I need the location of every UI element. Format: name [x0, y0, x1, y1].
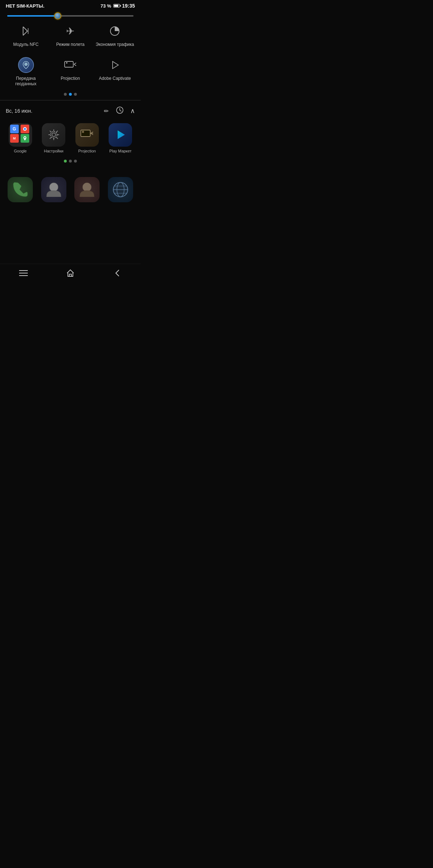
- qs-nfc[interactable]: Модуль NFC: [6, 23, 46, 48]
- google-folder-label: Google: [14, 149, 27, 153]
- nfc-label: Модуль NFC: [13, 42, 39, 48]
- playmarket-label: Play Маркет: [109, 149, 132, 153]
- datasaver-label: Экономия трафика: [96, 42, 134, 48]
- svg-point-13: [52, 133, 56, 137]
- svg-rect-31: [69, 274, 71, 276]
- slider-fill: [7, 15, 58, 17]
- time-display: 19:35: [122, 3, 135, 9]
- slider-track[interactable]: [7, 15, 134, 17]
- home-button[interactable]: [60, 266, 81, 280]
- qs-dot-3[interactable]: [74, 93, 77, 96]
- svg-point-14: [51, 131, 57, 138]
- carrier-text: НЕТ SIM-КАРТЫ.: [6, 3, 44, 9]
- app-phone[interactable]: [8, 177, 33, 202]
- svg-point-3: [25, 64, 27, 65]
- svg-point-12: [24, 137, 26, 138]
- svg-point-16: [82, 131, 84, 133]
- gmail-icon: M: [10, 134, 19, 143]
- edit-icon[interactable]: ✏: [104, 108, 109, 115]
- maps-icon: [21, 134, 29, 143]
- geodata-label: Передача геоданных: [6, 76, 46, 87]
- airplane-icon: ✈: [62, 23, 78, 39]
- app-browser[interactable]: [108, 177, 133, 202]
- battery-icon: [113, 4, 120, 8]
- svg-marker-20: [118, 130, 125, 139]
- chrome-icon: [21, 125, 29, 133]
- captivate-icon: [107, 57, 123, 73]
- svg-point-21: [49, 183, 58, 191]
- projection-qs-label: Projection: [61, 76, 80, 82]
- app-contacts[interactable]: [41, 177, 66, 202]
- qs-dot-1[interactable]: [64, 93, 67, 96]
- svg-marker-8: [113, 61, 118, 69]
- svg-point-11: [24, 128, 26, 130]
- airplane-label: Режим полета: [56, 42, 85, 48]
- svg-line-7: [74, 64, 76, 66]
- date-display: Вс, 16 июн.: [6, 108, 100, 114]
- quick-settings-row2: Передача геоданных Projection Adobe Capt…: [0, 54, 141, 90]
- settings-label: Настройки: [44, 149, 64, 153]
- geodata-icon: [18, 57, 34, 73]
- app-dot-2[interactable]: [69, 160, 72, 163]
- svg-point-5: [66, 62, 67, 64]
- qs-datasaver[interactable]: Экономия трафика: [95, 23, 135, 48]
- menu-button[interactable]: [13, 266, 34, 280]
- nav-bar: [0, 264, 141, 282]
- section-divider: [0, 100, 141, 100]
- quick-settings-row1: Модуль NFC ✈ Режим полета Экономия трафи…: [0, 20, 141, 51]
- status-bar: НЕТ SIM-КАРТЫ. 73 % 19:35: [0, 0, 141, 12]
- datasaver-icon: [107, 23, 123, 39]
- svg-line-6: [74, 63, 76, 64]
- qs-geodata[interactable]: Передача геоданных: [6, 57, 46, 87]
- svg-point-22: [83, 183, 91, 191]
- qs-dot-2[interactable]: [69, 93, 72, 96]
- app-settings[interactable]: Настройки: [42, 123, 65, 153]
- qs-page-dots: [0, 90, 141, 99]
- app-grid-row1: G M Google Настройки: [0, 120, 141, 156]
- app-dot-1[interactable]: [64, 160, 67, 163]
- captivate-label: Adobe Captivate: [99, 76, 131, 82]
- clock-settings-icon[interactable]: [116, 106, 124, 116]
- app-projection[interactable]: Projection: [75, 123, 99, 153]
- settings-icon: [42, 123, 65, 147]
- app-dot-3[interactable]: [74, 160, 77, 163]
- app-contacts2[interactable]: [74, 177, 100, 202]
- qs-airplane[interactable]: ✈ Режим полета: [51, 23, 90, 48]
- qs-projection[interactable]: Projection: [51, 57, 90, 87]
- brightness-slider-container[interactable]: [0, 12, 141, 20]
- svg-rect-15: [81, 130, 90, 137]
- projection-app-label: Projection: [78, 149, 96, 153]
- section-header: Вс, 16 июн. ✏ ∧: [0, 102, 141, 120]
- back-button[interactable]: [106, 266, 128, 280]
- qs-captivate[interactable]: Adobe Captivate: [95, 57, 135, 87]
- svg-rect-4: [65, 61, 73, 67]
- app-playmarket[interactable]: Play Маркет: [109, 123, 132, 153]
- projection-qs-icon: [62, 57, 78, 73]
- collapse-icon[interactable]: ∧: [130, 107, 135, 115]
- projection-app-icon: [75, 123, 99, 147]
- nfc-icon: [18, 23, 34, 39]
- google-folder-icon: G M: [9, 123, 32, 147]
- slider-thumb[interactable]: [54, 12, 61, 20]
- battery-percent: 73 %: [101, 3, 111, 9]
- status-right: 73 % 19:35: [101, 3, 135, 9]
- app-google-folder[interactable]: G M Google: [9, 123, 32, 153]
- app-page-dots: [0, 156, 141, 166]
- playmarket-icon: [109, 123, 132, 147]
- bottom-apps-row: [0, 173, 141, 206]
- google-g-icon: G: [10, 125, 19, 133]
